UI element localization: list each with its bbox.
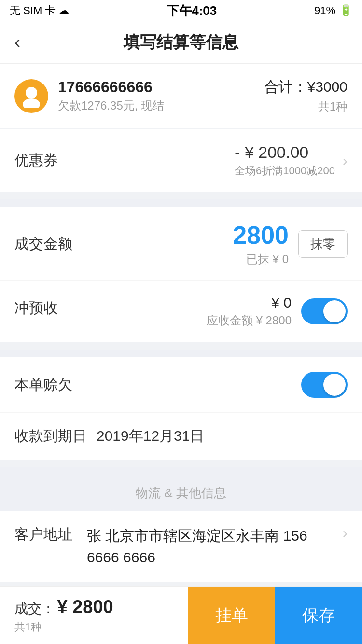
prepaid-row: 冲预收 ¥ 0 应收金额 ¥ 2800: [0, 281, 362, 342]
back-button[interactable]: ‹: [14, 32, 20, 53]
amount-row: 成交金额 2800 已抹 ¥ 0 抹零: [0, 207, 362, 281]
coupon-desc: 全场6折满1000减200: [235, 164, 335, 178]
coupon-label: 优惠券: [14, 151, 58, 170]
address-value: 张 北京市市辖区海淀区永丰南 156 6666 6666: [87, 525, 340, 568]
amount-label: 成交金额: [14, 234, 72, 254]
coupon-right: - ¥ 200.00 全场6折满1000减200 ›: [235, 143, 348, 178]
battery-icon: 🔋: [339, 4, 352, 17]
prepaid-sub: 应收金额 ¥ 2800: [207, 313, 292, 328]
coupon-row[interactable]: 优惠券 - ¥ 200.00 全场6折满1000减200 ›: [0, 129, 362, 192]
bottom-summary: 成交： ¥ 2800 共1种: [0, 587, 188, 644]
round-zero-button[interactable]: 抹零: [298, 230, 348, 258]
bottom-deal-label: 成交：: [14, 601, 55, 616]
credit-toggle[interactable]: [301, 372, 348, 398]
toggle-knob-2: [323, 374, 346, 396]
toggle-knob-1: [323, 300, 346, 322]
svg-point-1: [23, 98, 40, 108]
bottom-deal-line: 成交： ¥ 2800: [14, 597, 174, 618]
customer-card: 17666666666 欠款1276.35元, 现结 合计：¥3000 共1种: [0, 64, 362, 128]
credit-section: 本单赊欠 收款到期日 2019年12月31日: [0, 357, 362, 460]
separator-1: [0, 199, 362, 207]
separator-3: [0, 467, 362, 475]
bottom-bar: 成交： ¥ 2800 共1种 挂单 保存: [0, 586, 362, 644]
credit-row: 本单赊欠: [0, 357, 362, 412]
status-bar: 无 SIM 卡 ☁ 下午4:03 91% 🔋: [0, 0, 362, 21]
coupon-discount: - ¥ 200.00: [235, 143, 335, 162]
customer-phone: 17666666666: [58, 78, 164, 96]
logistics-text: 物流 & 其他信息: [126, 485, 236, 502]
chevron-right-icon: ›: [343, 153, 348, 169]
prepaid-right: ¥ 0 应收金额 ¥ 2800: [207, 294, 348, 328]
battery-text: 91%: [314, 4, 335, 17]
address-row[interactable]: 客户地址 张 北京市市辖区海淀区永丰南 156 6666 6666 ›: [0, 511, 362, 582]
prepaid-amount: ¥ 0: [207, 294, 292, 311]
date-value: 2019年12月31日: [97, 426, 204, 446]
svg-point-0: [26, 87, 37, 98]
date-label: 收款到期日: [14, 426, 87, 446]
address-label: 客户地址: [14, 525, 72, 545]
separator-2: [0, 350, 362, 357]
amount-section: 成交金额 2800 已抹 ¥ 0 抹零 冲预收 ¥ 0 应收金额 ¥ 2800: [0, 207, 362, 342]
main-content: 17666666666 欠款1276.35元, 现结 合计：¥3000 共1种 …: [0, 64, 362, 644]
status-left: 无 SIM 卡 ☁: [10, 3, 69, 18]
prepaid-label: 冲预收: [14, 294, 58, 318]
customer-count: 共1种: [264, 99, 348, 114]
bottom-count: 共1种: [14, 620, 174, 634]
credit-label: 本单赊欠: [14, 375, 72, 395]
bottom-deal-amount: ¥ 2800: [57, 597, 113, 617]
hang-order-button[interactable]: 挂单: [188, 587, 275, 644]
prepaid-toggle[interactable]: [301, 298, 348, 324]
status-right: 91% 🔋: [314, 4, 352, 17]
amount-right: 2800 已抹 ¥ 0 抹零: [233, 221, 348, 267]
amount-value-col: 2800 已抹 ¥ 0: [233, 221, 289, 267]
signal-text: 无 SIM 卡 ☁: [10, 3, 69, 18]
amount-sub: 已抹 ¥ 0: [233, 252, 289, 267]
prepaid-value-col: ¥ 0 应收金额 ¥ 2800: [207, 294, 292, 328]
address-chevron-icon: ›: [343, 525, 348, 541]
logistics-header: 物流 & 其他信息: [0, 475, 362, 511]
customer-info: 17666666666 欠款1276.35元, 现结: [58, 78, 164, 113]
avatar: [14, 79, 48, 113]
nav-bar: ‹ 填写结算等信息: [0, 21, 362, 64]
page-title: 填写结算等信息: [124, 31, 238, 54]
logistics-line-right: [236, 493, 348, 493]
logistics-line-left: [14, 493, 126, 493]
status-time: 下午4:03: [167, 2, 217, 19]
date-row: 收款到期日 2019年12月31日: [0, 412, 362, 460]
save-button[interactable]: 保存: [275, 587, 362, 644]
customer-right: 合计：¥3000 共1种: [264, 77, 348, 114]
customer-total: 合计：¥3000: [264, 77, 348, 97]
amount-value: 2800: [233, 221, 289, 250]
customer-note: 欠款1276.35元, 现结: [58, 98, 164, 113]
customer-left: 17666666666 欠款1276.35元, 现结: [14, 78, 164, 113]
